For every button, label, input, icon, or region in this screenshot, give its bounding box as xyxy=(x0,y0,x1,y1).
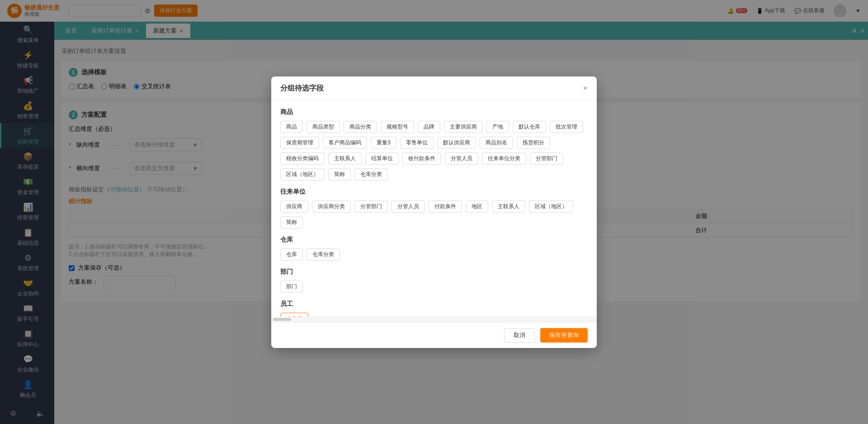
modal-hscroll-bar[interactable] xyxy=(273,318,291,321)
field-section-partner: 往来单位 供应商 供应商分类 分管部门 分管人员 付款条件 地区 主联系人 区域… xyxy=(280,188,588,229)
field-tag[interactable]: 重量3 xyxy=(371,137,396,149)
field-tag[interactable]: 商品别名 xyxy=(480,137,513,149)
modal-title: 分组待选字段 xyxy=(280,84,324,93)
field-tag[interactable]: 分管人员 xyxy=(392,200,425,213)
field-tag[interactable]: 主联系人 xyxy=(492,200,525,213)
modal-footer: 取消 保存并查询 xyxy=(271,322,597,348)
field-tag[interactable]: 默认供应商 xyxy=(437,137,476,149)
field-tags-warehouse: 仓库 仓库分类 xyxy=(280,248,588,261)
field-tag[interactable]: 区域（地区） xyxy=(280,168,325,181)
field-tag[interactable]: 税收分类编码 xyxy=(280,152,325,165)
field-tag[interactable]: 仓库分类 xyxy=(307,248,340,261)
field-tag[interactable]: 简称 xyxy=(328,168,351,181)
modal-dialog: 分组待选字段 × 商品 商品 商品类型 商品分类 规格型号 品牌 主要供应商 产… xyxy=(271,76,597,348)
field-tag[interactable]: 付款条件 xyxy=(429,200,462,213)
field-tag[interactable]: 主要供应商 xyxy=(444,121,483,133)
field-tag[interactable]: 部门 xyxy=(280,281,303,293)
field-tag[interactable]: 供应商分类 xyxy=(312,200,351,213)
field-tags-department: 部门 xyxy=(280,281,588,293)
field-tag[interactable]: 品牌 xyxy=(418,121,440,133)
field-section-partner-title: 往来单位 xyxy=(280,188,588,196)
field-tag[interactable]: 供应商 xyxy=(280,200,308,213)
field-section-department: 部门 部门 xyxy=(280,268,588,293)
field-tag[interactable]: 商品分类 xyxy=(344,121,377,133)
field-section-employee-title: 员工 xyxy=(280,300,588,308)
field-tag[interactable]: 往来单位分类 xyxy=(482,152,526,165)
field-tag[interactable]: 商品 xyxy=(280,121,303,133)
field-tag[interactable]: 区域（地区） xyxy=(529,200,573,213)
field-tag[interactable]: 分管部门 xyxy=(530,152,563,165)
field-tag[interactable]: 零售单位 xyxy=(400,137,434,149)
field-tag[interactable]: 默认仓库 xyxy=(513,121,546,133)
field-tag[interactable]: 结算单位 xyxy=(365,152,399,165)
modal-body: 商品 商品 商品类型 商品分类 规格型号 品牌 主要供应商 产地 默认仓库 批次… xyxy=(271,101,597,317)
field-tag[interactable]: 规格型号 xyxy=(381,121,414,133)
field-tag[interactable]: 客户商品编码 xyxy=(323,137,367,149)
field-tags-partner: 供应商 供应商分类 分管部门 分管人员 付款条件 地区 主联系人 区域（地区） … xyxy=(280,200,588,229)
field-section-warehouse-title: 仓库 xyxy=(280,236,588,244)
field-tag[interactable]: 收付款条件 xyxy=(402,152,441,165)
field-tags-employee: 业务员 xyxy=(280,313,588,317)
field-tag[interactable]: 简称 xyxy=(280,216,303,229)
modal-confirm-btn[interactable]: 保存并查询 xyxy=(540,328,588,343)
field-tag[interactable]: 仓库 xyxy=(280,248,303,261)
field-tag[interactable]: 分管部门 xyxy=(354,200,388,213)
field-tag[interactable]: 主联系人 xyxy=(328,152,362,165)
field-section-warehouse: 仓库 仓库 仓库分类 xyxy=(280,236,588,261)
field-tag[interactable]: 商品类型 xyxy=(307,121,340,133)
modal-overlay: 分组待选字段 × 商品 商品 商品类型 商品分类 规格型号 品牌 主要供应商 产… xyxy=(0,0,868,424)
field-section-employee: 员工 业务员 xyxy=(280,300,588,317)
field-tag-salesperson[interactable]: 业务员 xyxy=(280,313,308,317)
modal-cancel-btn[interactable]: 取消 xyxy=(504,328,535,343)
field-tag[interactable]: 保质期管理 xyxy=(280,137,319,149)
field-tag[interactable]: 批次管理 xyxy=(550,121,583,133)
field-tag[interactable]: 拣货积分 xyxy=(517,137,550,149)
field-section-department-title: 部门 xyxy=(280,268,588,276)
modal-hscroll xyxy=(271,317,597,322)
field-tag[interactable]: 地区 xyxy=(466,200,488,213)
field-tag[interactable]: 仓库分类 xyxy=(354,168,388,181)
field-tags-goods: 商品 商品类型 商品分类 规格型号 品牌 主要供应商 产地 默认仓库 批次管理 … xyxy=(280,121,588,181)
field-section-goods-title: 商品 xyxy=(280,108,588,116)
field-section-goods: 商品 商品 商品类型 商品分类 规格型号 品牌 主要供应商 产地 默认仓库 批次… xyxy=(280,108,588,181)
field-tag[interactable]: 产地 xyxy=(486,121,509,133)
modal-close-btn[interactable]: × xyxy=(583,84,588,93)
field-tag[interactable]: 分管人员 xyxy=(445,152,478,165)
modal-header: 分组待选字段 × xyxy=(271,76,597,101)
